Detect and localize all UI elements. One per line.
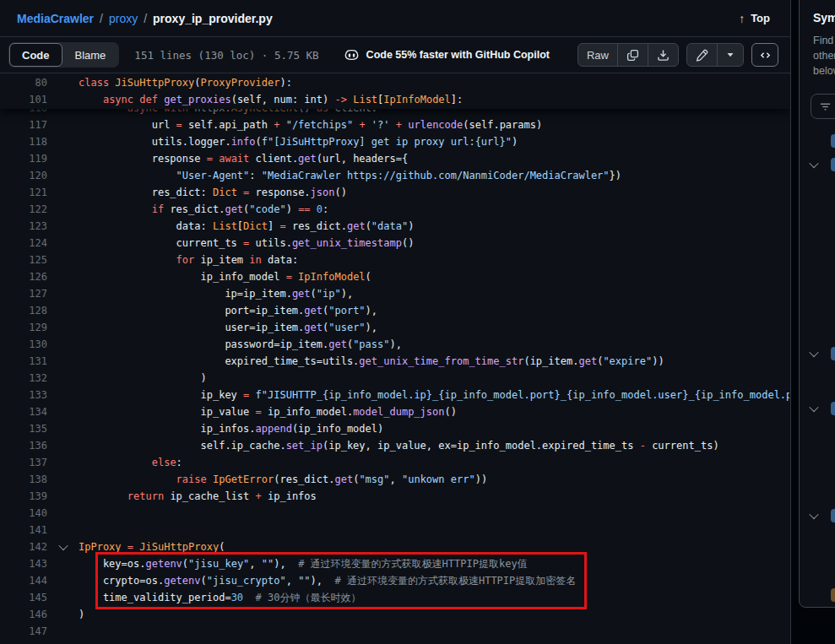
chevron-down-icon[interactable] — [809, 403, 818, 412]
file-toolbar: CodeBlame 151 lines (130 loc) · 5.75 KB … — [0, 37, 790, 73]
edit-file-button[interactable] — [687, 44, 717, 66]
copilot-banner[interactable]: Code 55% faster with GitHub Copilot — [344, 48, 550, 62]
line-number[interactable]: 147 — [0, 623, 47, 640]
line-number[interactable]: 101 — [0, 91, 47, 108]
chevron-down-icon[interactable] — [809, 510, 818, 519]
line-number[interactable]: 146 — [0, 606, 47, 623]
line-gutter — [47, 74, 79, 91]
line-gutter — [47, 353, 79, 370]
code-line-118: 118 utils.logger.info(f"[JiSuHttpProxy] … — [0, 133, 789, 150]
line-gutter — [47, 555, 79, 572]
symbol-list-item[interactable] — [800, 347, 835, 360]
line-gutter — [47, 420, 79, 437]
chevron-down-icon[interactable] — [809, 159, 818, 168]
breadcrumb-folder-link[interactable]: proxy — [109, 12, 138, 25]
copy-raw-button[interactable] — [617, 44, 648, 66]
line-gutter — [47, 403, 79, 420]
symbol-list-item[interactable] — [800, 134, 835, 148]
github-code-view-page: MediaCrawler / proxy / proxy_ip_provider… — [0, 0, 835, 644]
code-line-134: 134 ip_value = ip_info_model.model_dump_… — [0, 403, 789, 420]
line-number[interactable]: 142 — [0, 538, 47, 555]
line-number[interactable]: 141 — [0, 522, 47, 538]
line-number[interactable]: 143 — [0, 555, 47, 572]
line-number[interactable]: 120 — [0, 167, 47, 184]
code-line-124: 124 current_ts = utils.get_unix_timestam… — [0, 235, 789, 252]
code-text: expired_time_ts=utils.get_unix_time_from… — [79, 353, 789, 370]
code-text: key=os.getenv("jisu_key", ""), # 通过环境变量的… — [79, 555, 789, 572]
line-gutter — [47, 336, 79, 353]
line-number[interactable]: 119 — [0, 150, 47, 167]
line-number[interactable]: 139 — [0, 488, 47, 505]
symbols-panel-toggle-button[interactable] — [751, 43, 778, 67]
line-gutter — [47, 606, 79, 623]
raw-button[interactable]: Raw — [578, 44, 617, 66]
line-number[interactable]: 123 — [0, 218, 47, 235]
line-number[interactable]: 129 — [0, 319, 47, 336]
line-number[interactable]: 126 — [0, 268, 47, 285]
file-view-container: MediaCrawler / proxy / proxy_ip_provider… — [0, 0, 791, 644]
code-line-135: 135 ip_infos.append(ip_info_model) — [0, 420, 789, 437]
symbol-list-item[interactable] — [800, 588, 835, 602]
line-number[interactable]: 122 — [0, 201, 47, 218]
collapse-chevron-icon[interactable] — [47, 538, 79, 555]
back-to-top-button[interactable]: ↑ Top — [734, 8, 775, 29]
code-line-142: 142IpProxy = JiSuHttpProxy( — [0, 538, 789, 555]
code-text: user=ip_item.get("user"), — [79, 319, 789, 336]
line-number[interactable]: 80 — [0, 74, 47, 91]
line-gutter — [47, 184, 79, 201]
back-to-top-label: Top — [751, 12, 770, 24]
line-number[interactable]: 144 — [0, 572, 47, 589]
line-gutter — [47, 589, 79, 606]
code-line-80: 80class JiSuHttpProxy(ProxyProvider): — [0, 74, 789, 91]
breadcrumb-repo-link[interactable]: MediaCrawler — [17, 12, 94, 25]
edit-dropdown-button[interactable] — [717, 44, 743, 66]
chevron-down-icon[interactable] — [809, 348, 818, 357]
symbol-kind-chip — [831, 158, 835, 171]
symbol-list-item[interactable] — [800, 402, 835, 415]
line-number[interactable]: 121 — [0, 184, 47, 201]
line-number[interactable]: 127 — [0, 285, 47, 302]
line-number[interactable]: 140 — [0, 505, 47, 522]
line-number[interactable]: 124 — [0, 235, 47, 252]
line-gutter — [47, 471, 79, 488]
code-text: current_ts = utils.get_unix_timestamp() — [79, 235, 789, 252]
code-editor-area: 116 async with httpx.AsyncClient() as cl… — [0, 74, 789, 644]
code-line-130: 130 password=ip_item.get("pass"), — [0, 336, 789, 353]
code-brackets-icon — [759, 49, 772, 62]
line-number[interactable]: 132 — [0, 370, 47, 387]
line-number[interactable]: 125 — [0, 252, 47, 268]
tab-code[interactable]: Code — [9, 43, 62, 67]
filter-symbols-input[interactable] — [811, 94, 835, 119]
code-line-123: 123 data: List[Dict] = res_dict.get("dat… — [0, 218, 789, 235]
breadcrumb: MediaCrawler / proxy / proxy_ip_provider… — [0, 0, 790, 37]
line-number[interactable]: 138 — [0, 471, 47, 488]
line-gutter — [47, 488, 79, 505]
line-number[interactable]: 134 — [0, 403, 47, 420]
symbol-kind-chip — [831, 134, 835, 148]
copilot-icon — [344, 48, 359, 62]
line-gutter — [47, 252, 79, 268]
symbol-list-item[interactable] — [800, 509, 835, 522]
tab-blame[interactable]: Blame — [62, 43, 119, 67]
code-text: res_dict: Dict = response.json() — [79, 184, 789, 201]
download-raw-button[interactable] — [648, 44, 678, 66]
code-text: raise IpGetError(res_dict.get("msg", "un… — [79, 471, 789, 488]
line-gutter — [47, 454, 79, 471]
line-number[interactable]: 128 — [0, 302, 47, 319]
line-number[interactable]: 135 — [0, 420, 47, 437]
code-text: class JiSuHttpProxy(ProxyProvider): — [79, 74, 789, 91]
line-number[interactable]: 145 — [0, 589, 47, 606]
line-number[interactable]: 136 — [0, 437, 47, 454]
line-gutter — [47, 623, 79, 640]
line-number[interactable]: 137 — [0, 454, 47, 471]
symbol-list-item[interactable] — [800, 158, 835, 171]
code-text: crypto=os.getenv("jisu_crypto", ""), # 通… — [79, 572, 789, 589]
line-gutter — [47, 116, 79, 133]
line-number[interactable]: 118 — [0, 133, 47, 150]
line-number[interactable]: 130 — [0, 336, 47, 353]
line-number[interactable]: 133 — [0, 387, 47, 403]
line-number[interactable]: 131 — [0, 353, 47, 370]
line-gutter — [47, 437, 79, 454]
line-number[interactable]: 117 — [0, 116, 47, 133]
code-line-122: 122 if res_dict.get("code") == 0: — [0, 201, 789, 218]
